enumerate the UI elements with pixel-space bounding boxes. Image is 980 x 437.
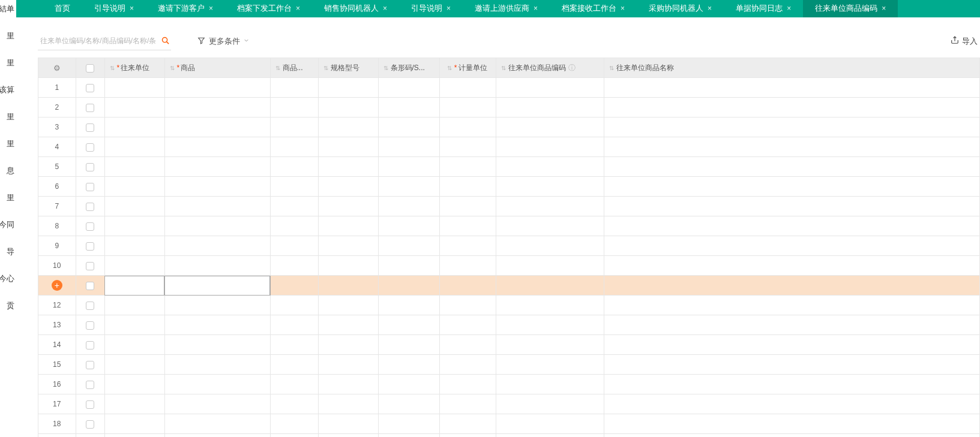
table-row[interactable]: 17: [38, 394, 980, 414]
table-cell[interactable]: [164, 78, 270, 98]
table-cell[interactable]: [104, 394, 164, 414]
table-cell[interactable]: [318, 276, 378, 296]
table-cell[interactable]: [604, 177, 980, 197]
table-cell[interactable]: [439, 296, 496, 315]
table-cell[interactable]: [270, 216, 318, 236]
table-cell[interactable]: [604, 296, 980, 315]
close-icon[interactable]: ×: [296, 4, 300, 13]
table-cell[interactable]: [604, 394, 980, 414]
close-icon[interactable]: ×: [787, 4, 791, 13]
tab[interactable]: 引导说明×: [82, 0, 146, 17]
table-cell[interactable]: [378, 98, 439, 117]
row-checkbox[interactable]: [86, 361, 94, 369]
table-cell[interactable]: [270, 157, 318, 177]
search-icon[interactable]: [161, 36, 170, 47]
table-cell[interactable]: [439, 98, 496, 117]
table-cell[interactable]: [439, 375, 496, 394]
table-cell[interactable]: [604, 78, 980, 98]
table-cell[interactable]: [496, 98, 604, 117]
table-cell[interactable]: [318, 394, 378, 414]
row-checkbox[interactable]: [86, 84, 94, 92]
row-checkbox[interactable]: [86, 341, 94, 349]
table-cell[interactable]: [164, 296, 270, 315]
table-cell[interactable]: [104, 355, 164, 375]
table-cell[interactable]: [378, 355, 439, 375]
row-checkbox[interactable]: [86, 321, 94, 330]
table-cell[interactable]: [164, 236, 270, 256]
table-cell[interactable]: [496, 216, 604, 236]
add-row-icon[interactable]: +: [52, 280, 62, 291]
table-cell[interactable]: [378, 315, 439, 335]
tab[interactable]: 档案下发工作台×: [225, 0, 312, 17]
table-cell[interactable]: [439, 236, 496, 256]
column-tm[interactable]: ⇅条形码/S...: [378, 58, 439, 78]
search-input[interactable]: [38, 32, 171, 50]
more-conditions-button[interactable]: 更多条件: [197, 36, 250, 47]
column-jl[interactable]: ⇅*计量单位: [439, 58, 496, 78]
table-cell[interactable]: [378, 434, 439, 437]
table-cell[interactable]: [378, 296, 439, 315]
table-cell[interactable]: [164, 256, 270, 276]
table-cell[interactable]: [164, 335, 270, 355]
table-cell[interactable]: [318, 335, 378, 355]
table-cell[interactable]: [439, 335, 496, 355]
tab[interactable]: 引导说明×: [399, 0, 463, 17]
table-cell[interactable]: [496, 335, 604, 355]
table-cell[interactable]: [496, 177, 604, 197]
table-cell[interactable]: [318, 315, 378, 335]
close-icon[interactable]: ×: [708, 4, 712, 13]
table-cell[interactable]: [439, 197, 496, 216]
select-all-checkbox[interactable]: [86, 64, 94, 73]
table-cell[interactable]: [104, 276, 164, 296]
column-select-all[interactable]: [76, 58, 104, 78]
table-cell[interactable]: [164, 315, 270, 335]
table-cell[interactable]: [496, 375, 604, 394]
row-checkbox[interactable]: [86, 262, 94, 270]
table-cell[interactable]: [318, 98, 378, 117]
column-bm[interactable]: ⇅往来单位商品编码ⓘ: [496, 58, 604, 78]
table-cell[interactable]: [604, 414, 980, 434]
table-cell[interactable]: [104, 78, 164, 98]
row-checkbox[interactable]: [86, 282, 94, 290]
table-cell[interactable]: [496, 236, 604, 256]
table-row[interactable]: 8: [38, 216, 980, 236]
table-cell[interactable]: [164, 394, 270, 414]
sidebar-item[interactable]: 导: [7, 246, 16, 257]
table-cell[interactable]: [164, 414, 270, 434]
row-checkbox[interactable]: [86, 183, 94, 191]
table-cell[interactable]: [270, 117, 318, 137]
table-cell[interactable]: [439, 315, 496, 335]
row-checkbox[interactable]: [86, 242, 94, 251]
table-cell[interactable]: [496, 197, 604, 216]
table-cell[interactable]: [439, 117, 496, 137]
table-cell[interactable]: [604, 276, 980, 296]
table-cell[interactable]: [318, 137, 378, 157]
table-cell[interactable]: [270, 434, 318, 437]
table-cell[interactable]: [164, 197, 270, 216]
table-cell[interactable]: [496, 414, 604, 434]
table-row[interactable]: 6: [38, 177, 980, 197]
table-cell[interactable]: [270, 236, 318, 256]
row-checkbox[interactable]: [86, 123, 94, 132]
close-icon[interactable]: ×: [534, 4, 538, 13]
row-checkbox[interactable]: [86, 222, 94, 231]
table-cell[interactable]: [604, 434, 980, 437]
table-row[interactable]: 14: [38, 335, 980, 355]
table-cell[interactable]: [439, 414, 496, 434]
sidebar-item[interactable]: 今心: [0, 273, 16, 284]
tab[interactable]: 档案接收工作台×: [550, 0, 637, 17]
table-row[interactable]: 9: [38, 236, 980, 256]
table-cell[interactable]: [164, 177, 270, 197]
export-button[interactable]: 导入: [951, 36, 978, 47]
row-checkbox[interactable]: [86, 420, 94, 429]
table-cell[interactable]: [378, 335, 439, 355]
table-row[interactable]: 1: [38, 78, 980, 98]
row-checkbox[interactable]: [86, 104, 94, 112]
table-cell[interactable]: [439, 355, 496, 375]
table-cell[interactable]: [604, 216, 980, 236]
table-cell[interactable]: [270, 256, 318, 276]
tab[interactable]: 往来单位商品编码×: [803, 0, 898, 17]
table-cell[interactable]: [496, 315, 604, 335]
table-cell[interactable]: [164, 117, 270, 137]
column-gg[interactable]: ⇅规格型号: [318, 58, 378, 78]
